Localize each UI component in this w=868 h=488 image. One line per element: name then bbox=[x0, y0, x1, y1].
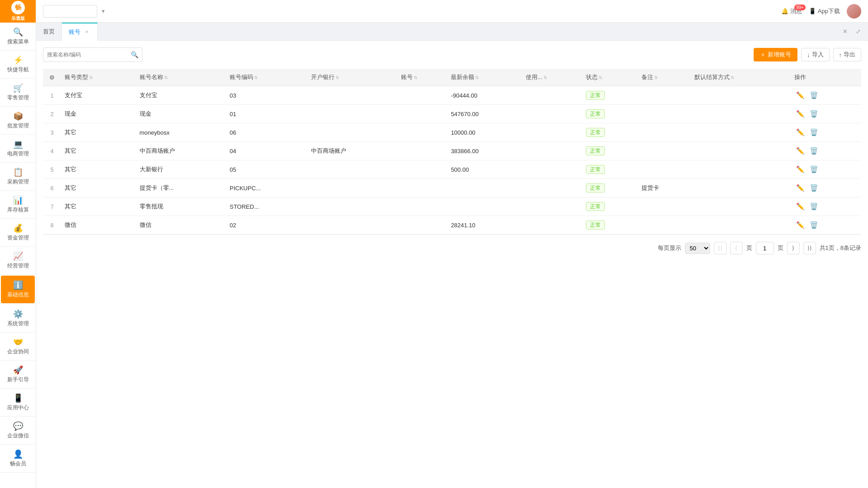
delete-button[interactable]: 🗑️ bbox=[808, 183, 820, 193]
row-bank: 中百商场账户 bbox=[307, 142, 397, 160]
sidebar-item-app-center[interactable]: 📱 应用中心 bbox=[0, 389, 36, 417]
page-next-btn[interactable]: ⟩ bbox=[787, 242, 800, 254]
pagination-bar: 每页显示 50 10 20 100 ⟨⟨ ⟨ 页 页 ⟩ ⟩⟩ 共1页，8条记录 bbox=[43, 235, 861, 254]
search-input[interactable] bbox=[47, 52, 131, 58]
sidebar-item-retail[interactable]: 🛒 零售管理 bbox=[0, 79, 36, 107]
app-download-button[interactable]: 📱 App下载 bbox=[809, 7, 840, 15]
edit-button[interactable]: ✏️ bbox=[794, 183, 807, 193]
row-code: 06 bbox=[226, 123, 307, 142]
th-status[interactable]: 状态⇅ bbox=[582, 69, 638, 86]
search-icon[interactable]: 🔍 bbox=[131, 51, 138, 58]
row-type: 现金 bbox=[61, 105, 136, 123]
window-close-btn[interactable]: ✕ bbox=[840, 26, 850, 37]
page-last-btn[interactable]: ⟩⟩ bbox=[803, 242, 816, 254]
messages-button[interactable]: 🔔 消息 99+ bbox=[781, 7, 802, 15]
row-actions: ✏️ 🗑️ bbox=[791, 86, 861, 105]
edit-button[interactable]: ✏️ bbox=[794, 90, 807, 100]
th-name[interactable]: 账号名称⇅ bbox=[136, 69, 226, 86]
edit-button[interactable]: ✏️ bbox=[794, 146, 807, 156]
avatar[interactable] bbox=[847, 4, 861, 19]
th-code[interactable]: 账号编码⇅ bbox=[226, 69, 307, 86]
purchase-icon: 📋 bbox=[2, 167, 33, 177]
th-settings[interactable]: ⚙ bbox=[43, 69, 61, 86]
row-name: 支付宝 bbox=[136, 86, 226, 105]
page-input[interactable] bbox=[756, 242, 774, 254]
th-type[interactable]: 账号类型⇅ bbox=[61, 69, 136, 86]
row-actions: ✏️ 🗑️ bbox=[791, 216, 861, 235]
row-usage bbox=[522, 86, 582, 105]
delete-button[interactable]: 🗑️ bbox=[808, 220, 820, 230]
import-button[interactable]: ↓ 导入 bbox=[801, 48, 830, 61]
sidebar-item-system-label: 系统管理 bbox=[2, 320, 33, 328]
delete-button[interactable]: 🗑️ bbox=[808, 202, 820, 211]
th-account[interactable]: 账号⇅ bbox=[397, 69, 447, 86]
page-prev-btn[interactable]: ⟨ bbox=[730, 242, 743, 254]
topbar-left: ▾ bbox=[43, 5, 105, 18]
page-first-btn[interactable]: ⟨⟨ bbox=[714, 242, 726, 254]
row-status: 正常 bbox=[582, 86, 638, 105]
add-account-button[interactable]: ＋ 新增账号 bbox=[754, 48, 797, 61]
inventory-icon: 📊 bbox=[2, 195, 33, 205]
th-notes[interactable]: 备注⇅ bbox=[638, 69, 691, 86]
edit-button[interactable]: ✏️ bbox=[794, 127, 807, 137]
per-page-select[interactable]: 50 10 20 100 bbox=[685, 243, 710, 254]
row-type: 其它 bbox=[61, 123, 136, 142]
row-settle bbox=[691, 105, 791, 123]
row-status: 正常 bbox=[582, 105, 638, 123]
window-controls: ✕ ⤢ bbox=[840, 26, 868, 37]
tab-home[interactable]: 首页 bbox=[36, 23, 62, 41]
window-expand-btn[interactable]: ⤢ bbox=[853, 26, 863, 37]
sidebar-item-operation[interactable]: 📈 经营管理 bbox=[0, 247, 36, 275]
sidebar-item-enterprise-collab[interactable]: 🤝 企业协同 bbox=[0, 333, 36, 361]
content-area: 🔍 ＋ 新增账号 ↓ 导入 ↑ 导出 ⚙ bbox=[36, 41, 868, 488]
sidebar-item-finance-label: 资金管理 bbox=[2, 234, 33, 242]
topbar-dropdown-icon[interactable]: ▾ bbox=[102, 8, 105, 14]
delete-button[interactable]: 🗑️ bbox=[808, 109, 820, 119]
edit-button[interactable]: ✏️ bbox=[794, 220, 807, 230]
sidebar-item-quick-nav[interactable]: ⚡ 快捷导航 bbox=[0, 51, 36, 79]
delete-button[interactable]: 🗑️ bbox=[808, 127, 820, 137]
th-usage[interactable]: 使用...⇅ bbox=[522, 69, 582, 86]
delete-button[interactable]: 🗑️ bbox=[808, 164, 820, 174]
edit-button[interactable]: ✏️ bbox=[794, 202, 807, 211]
th-bank[interactable]: 开户银行⇅ bbox=[307, 69, 397, 86]
export-button[interactable]: ↑ 导出 bbox=[833, 48, 862, 61]
th-balance[interactable]: 最新余额⇅ bbox=[447, 69, 522, 86]
edit-button[interactable]: ✏️ bbox=[794, 109, 807, 119]
row-actions: ✏️ 🗑️ bbox=[791, 197, 861, 216]
sidebar-item-purchase-label: 采购管理 bbox=[2, 178, 33, 186]
sidebar-item-search[interactable]: 🔍 搜索菜单 bbox=[0, 23, 36, 51]
row-num: 5 bbox=[43, 160, 61, 179]
tab-account-label: 账号 bbox=[69, 28, 80, 36]
tab-account[interactable]: 账号 × bbox=[62, 23, 98, 41]
sidebar-item-purchase[interactable]: 📋 采购管理 bbox=[0, 163, 36, 191]
sidebar-item-finance[interactable]: 💰 资金管理 bbox=[0, 219, 36, 247]
table-row: 7 其它 零售抵现 STORED... 正常 ✏️ 🗑️ bbox=[43, 197, 861, 216]
topbar-right: 🔔 消息 99+ 📱 App下载 bbox=[781, 4, 861, 19]
sidebar-item-system[interactable]: ⚙️ 系统管理 bbox=[0, 305, 36, 333]
sidebar-item-ecommerce[interactable]: 💻 电商管理 bbox=[0, 135, 36, 163]
row-name: 现金 bbox=[136, 105, 226, 123]
import-label: 导入 bbox=[812, 51, 824, 59]
delete-button[interactable]: 🗑️ bbox=[808, 90, 820, 100]
delete-button[interactable]: 🗑️ bbox=[808, 146, 820, 156]
sidebar-item-member[interactable]: 👤 畅会员 bbox=[0, 445, 36, 473]
th-settle[interactable]: 默认结算方式⇅ bbox=[691, 69, 791, 86]
tab-account-close[interactable]: × bbox=[83, 28, 90, 36]
row-settle bbox=[691, 197, 791, 216]
sidebar-item-tutorial[interactable]: 🚀 新手引导 bbox=[0, 361, 36, 389]
row-account bbox=[397, 105, 447, 123]
quick-nav-icon: ⚡ bbox=[2, 55, 33, 65]
th-actions: 操作 bbox=[791, 69, 861, 86]
row-settle bbox=[691, 142, 791, 160]
app-center-icon: 📱 bbox=[2, 393, 33, 403]
sidebar-item-basic-info[interactable]: ℹ️ 基础信息 bbox=[1, 276, 35, 304]
topbar-search-input[interactable] bbox=[43, 5, 97, 18]
sidebar-item-wholesale[interactable]: 📦 批发管理 bbox=[0, 107, 36, 135]
row-num: 8 bbox=[43, 216, 61, 235]
sidebar-item-wechat[interactable]: 💬 企业微信 bbox=[0, 417, 36, 445]
row-code: 04 bbox=[226, 142, 307, 160]
sidebar-item-inventory[interactable]: 📊 库存核算 bbox=[0, 191, 36, 219]
edit-button[interactable]: ✏️ bbox=[794, 164, 807, 174]
export-icon: ↑ bbox=[839, 52, 842, 58]
